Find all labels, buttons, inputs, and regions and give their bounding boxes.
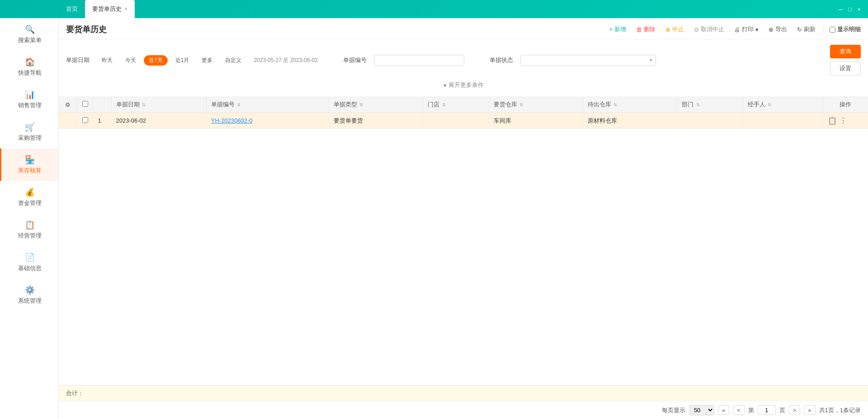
date-range-display: 2023-05-27 至 2023-06-02 <box>254 57 317 64</box>
doc-status-dropdown-icon: ▾ <box>650 57 652 63</box>
tab-close-icon[interactable]: × <box>124 6 127 12</box>
page-size-label: 每页显示 <box>662 406 685 414</box>
settings-icon: ⚙ <box>65 101 71 108</box>
select-all-checkbox[interactable] <box>82 101 88 107</box>
print-button[interactable]: 🖨 打印 ▾ <box>731 24 761 35</box>
expand-more-btn[interactable]: ▾ 展开更多条件 <box>66 79 861 91</box>
tab-requisition-history[interactable]: 要货单历史 × <box>85 0 135 18</box>
settings-button[interactable]: 设置 <box>830 61 861 76</box>
main-layout: 🔍 搜索菜单 🏠 快捷导航 📊 销售管理 🛒 采购管理 🏪 库存核算 💰 资金管… <box>0 18 868 419</box>
date-filter-label: 单据日期 <box>66 56 90 64</box>
export-button[interactable]: ⊕ 导出 <box>766 24 790 35</box>
sort-icon-handler: ⇅ <box>768 102 771 107</box>
filter-tag-yesterday[interactable]: 昨天 <box>97 55 118 66</box>
toolbar: + 新增 🗑 删除 ⊗ 中止 ⊙ 取消中止 🖨 打印 ▾ <box>607 24 861 35</box>
page-suffix: 页 <box>779 406 785 414</box>
sidebar-item-finance[interactable]: 💰 资金管理 <box>0 181 58 214</box>
sidebar: 🔍 搜索菜单 🏠 快捷导航 📊 销售管理 🛒 采购管理 🏪 库存核算 💰 资金管… <box>0 18 59 419</box>
row-actions: 📋 ⋮ <box>828 116 864 125</box>
page-header: 要货单历史 + 新增 🗑 删除 ⊗ 中止 ⊙ 取消中止 🖨 <box>59 18 868 39</box>
filter-tag-today[interactable]: 今天 <box>120 55 141 66</box>
export-icon: ⊕ <box>769 26 774 33</box>
sidebar-item-search[interactable]: 🔍 搜索菜单 <box>0 18 58 51</box>
query-button[interactable]: 查询 <box>830 45 861 58</box>
col-operation: 操作 <box>823 97 868 113</box>
content-area: 要货单历史 + 新增 🗑 删除 ⊗ 中止 ⊙ 取消中止 🖨 <box>59 18 868 419</box>
row-check-cell[interactable] <box>77 113 93 129</box>
col-settings[interactable]: ⚙ <box>59 97 77 113</box>
row-checkbox[interactable] <box>82 117 88 123</box>
table-footer: 合计： <box>59 385 868 401</box>
basic-info-icon: 📄 <box>25 252 35 262</box>
col-handler[interactable]: 经手人 ⇅ <box>743 97 823 113</box>
search-icon: 🔍 <box>25 24 35 34</box>
col-seq <box>93 97 111 113</box>
sidebar-item-quick-nav[interactable]: 🏠 快捷导航 <box>0 51 58 83</box>
row-edit-btn[interactable]: 📋 <box>828 116 837 125</box>
doc-no-input[interactable] <box>374 55 464 66</box>
col-check[interactable] <box>77 97 93 113</box>
row-more-btn[interactable]: ⋮ <box>840 116 847 125</box>
delete-icon: 🗑 <box>636 26 642 33</box>
page-number-input[interactable] <box>758 405 776 415</box>
show-detail-toggle[interactable]: 显示明细 <box>830 25 861 33</box>
window-maximize-btn[interactable]: □ <box>849 6 852 13</box>
next-page-btn[interactable]: > <box>789 405 801 415</box>
col-doc-no[interactable]: 单据编号 ⇅ <box>206 97 329 113</box>
sidebar-item-basic-info[interactable]: 📄 基础信息 <box>0 246 58 279</box>
page-size-select[interactable]: 10 20 50 100 <box>689 405 714 415</box>
refresh-button[interactable]: ↻ 刷新 <box>794 24 818 35</box>
refresh-icon: ↻ <box>797 26 802 33</box>
tab-home[interactable]: 首页 <box>59 0 85 18</box>
sidebar-item-system[interactable]: ⚙️ 系统管理 <box>0 279 58 311</box>
first-page-btn[interactable]: « <box>718 405 729 415</box>
add-button[interactable]: + 新增 <box>607 24 629 35</box>
date-filter-tags: 昨天 今天 近7天 近1月 更多 自定义 <box>97 55 246 66</box>
sort-icon-req-warehouse: ⇅ <box>519 102 523 107</box>
col-store[interactable]: 门店 ⇅ <box>423 97 489 113</box>
top-bar-right: ─ □ × <box>839 6 868 13</box>
sidebar-item-inventory[interactable]: 🏪 库存核算 <box>0 148 58 181</box>
home-icon: 🏠 <box>25 57 35 67</box>
filter-row-1: 单据日期 昨天 今天 近7天 近1月 更多 自定义 2023-05-27 至 2… <box>66 45 861 76</box>
row-doc-no-cell[interactable]: YH-20230602-0 <box>206 113 329 129</box>
table-wrapper: ⚙ 单据日期 ⇅ 单据编号 ⇅ <box>59 97 868 385</box>
sidebar-item-sales[interactable]: 📊 销售管理 <box>0 83 58 116</box>
delete-button[interactable]: 🗑 删除 <box>633 24 658 35</box>
top-bar: 首页 要货单历史 × ─ □ × <box>0 0 868 18</box>
row-req-warehouse-cell: 车间库 <box>489 113 583 129</box>
sales-icon: 📊 <box>25 90 35 100</box>
sidebar-item-operations[interactable]: 📋 经营管理 <box>0 214 58 246</box>
filter-tag-1month[interactable]: 近1月 <box>170 55 194 66</box>
doc-status-input[interactable] <box>520 55 656 66</box>
sort-icon-department: ⇅ <box>696 102 700 107</box>
system-icon: ⚙️ <box>25 285 35 295</box>
col-req-warehouse[interactable]: 要货仓库 ⇅ <box>489 97 583 113</box>
filter-tag-7days[interactable]: 近7天 <box>144 55 168 66</box>
show-detail-checkbox[interactable] <box>830 27 835 33</box>
col-doc-date[interactable]: 单据日期 ⇅ <box>111 97 206 113</box>
sort-icon-store: ⇅ <box>442 102 446 107</box>
window-close-btn[interactable]: × <box>857 6 861 13</box>
col-department[interactable]: 部门 ⇅ <box>677 97 743 113</box>
data-table: ⚙ 单据日期 ⇅ 单据编号 ⇅ <box>59 97 868 129</box>
filter-area: 单据日期 昨天 今天 近7天 近1月 更多 自定义 2023-05-27 至 2… <box>59 39 868 97</box>
toolbar-divider <box>824 26 824 33</box>
chevron-down-icon: ▾ <box>443 82 447 89</box>
row-department-cell <box>677 113 743 129</box>
sort-icon-doc-type: ⇅ <box>359 102 363 107</box>
col-doc-type[interactable]: 单据类型 ⇅ <box>329 97 423 113</box>
prev-page-btn[interactable]: < <box>733 405 745 415</box>
last-page-btn[interactable]: » <box>804 405 815 415</box>
cancel-stop-button[interactable]: ⊙ 取消中止 <box>691 24 727 35</box>
purchase-icon: 🛒 <box>25 122 35 132</box>
filter-tag-more[interactable]: 更多 <box>197 55 217 66</box>
col-pending-warehouse[interactable]: 待出仓库 ⇅ <box>583 97 677 113</box>
doc-no-link[interactable]: YH-20230602-0 <box>211 117 253 124</box>
window-minimize-btn[interactable]: ─ <box>839 6 843 13</box>
inventory-icon: 🏪 <box>25 155 35 165</box>
sidebar-item-purchase[interactable]: 🛒 采购管理 <box>0 116 58 148</box>
page-title: 要货单历史 <box>66 24 107 35</box>
stop-button[interactable]: ⊗ 中止 <box>663 24 687 35</box>
filter-tag-custom[interactable]: 自定义 <box>220 55 246 66</box>
